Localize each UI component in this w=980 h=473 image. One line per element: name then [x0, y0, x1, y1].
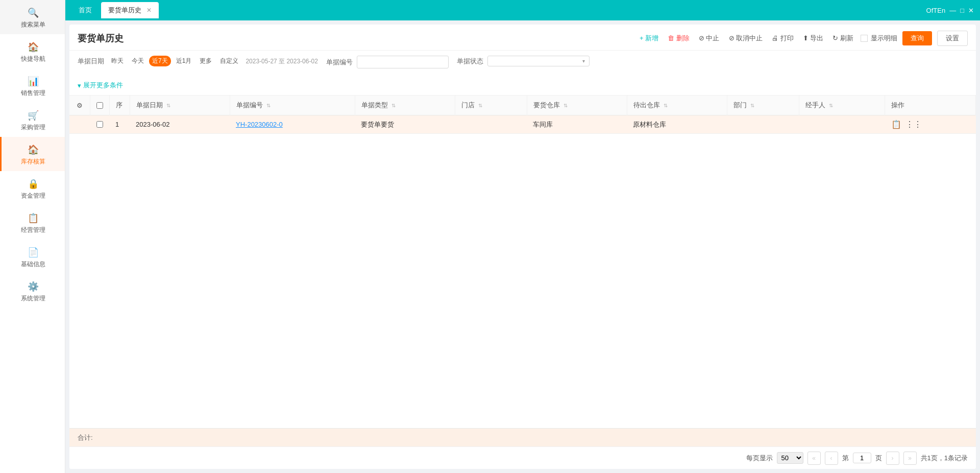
query-button[interactable]: 查询 [902, 31, 932, 45]
td-checkbox [90, 115, 109, 134]
export-button[interactable]: ⬆ 导出 [801, 33, 826, 44]
chevron-down-icon: ▾ [582, 58, 585, 64]
sidebar-item-sys-mgmt[interactable]: ⚙️ 系统管理 [0, 274, 65, 308]
sort-icon: ⇅ [166, 103, 170, 108]
td-num: 1 [109, 115, 130, 134]
next-page-button[interactable]: › [886, 452, 899, 465]
sidebar-item-finance-mgmt[interactable]: 🔒 资金管理 [0, 171, 65, 205]
sort-icon: ⇅ [564, 103, 568, 108]
tab-active[interactable]: 要货单历史 ✕ [101, 2, 159, 18]
page-content: 要货单历史 + 新增 🗑 删除 ⊘ 中止 ⊘ 取消中止 🖨 打印 ⬆ 导出 ↻ … [69, 25, 976, 469]
td-date: 2023-06-02 [130, 115, 230, 134]
sidebar: 🔍 搜索菜单 🏠 快捷导航 📊 销售管理 🛒 采购管理 🏠 库存核算 🔒 资金管… [0, 0, 65, 473]
th-department: 部门 ⇅ [727, 96, 799, 115]
display-detail-toggle[interactable]: 显示明细 [861, 34, 897, 43]
page-title: 要货单历史 [78, 32, 124, 44]
stop-button[interactable]: ⊘ 中止 [697, 33, 722, 44]
page-size-select[interactable]: 50 20 100 [777, 452, 803, 464]
delete-button[interactable]: 🗑 删除 [666, 33, 692, 44]
close-button[interactable]: ✕ [968, 7, 974, 14]
tab-close-icon[interactable]: ✕ [146, 7, 152, 14]
total-label: 合计: [78, 433, 93, 442]
row-checkbox[interactable] [96, 121, 103, 128]
doc-no-label: 单据编号 [326, 58, 353, 67]
th-store: 门店 ⇅ [455, 96, 527, 115]
th-doc-type: 单据类型 ⇅ [355, 96, 455, 115]
sidebar-item-basic-info[interactable]: 📄 基础信息 [0, 240, 65, 274]
settings-icon[interactable]: ⚙ [77, 102, 83, 109]
th-date: 单据日期 ⇅ [130, 96, 230, 115]
date-option-7days[interactable]: 近7天 [149, 56, 171, 66]
sidebar-item-label: 库存核算 [21, 157, 45, 166]
sort-icon: ⇅ [750, 103, 754, 108]
inventory-icon: 🏠 [28, 144, 39, 155]
prev-page-button[interactable]: ‹ [825, 452, 838, 465]
th-num: 序 [109, 96, 130, 115]
tab-active-label: 要货单历史 [108, 6, 141, 15]
sidebar-item-label: 销售管理 [21, 89, 45, 98]
sidebar-item-label: 采购管理 [21, 123, 45, 132]
print-button[interactable]: 🖨 打印 [770, 33, 796, 44]
sys-icon: ⚙️ [28, 281, 39, 292]
current-page-input[interactable] [853, 453, 871, 463]
select-all-checkbox[interactable] [96, 102, 103, 109]
chevron-down-icon: ▾ [78, 82, 81, 89]
filter-bar: 单据日期 昨天 今天 近7天 近1月 更多 自定义 2023-05-27 至 2… [69, 51, 976, 96]
td-handler [799, 115, 885, 134]
last-page-button[interactable]: » [903, 452, 917, 465]
td-actions: 📋 ⋮⋮ [885, 115, 976, 134]
sort-icon: ⇅ [266, 103, 271, 108]
ops-icon: 📋 [28, 212, 39, 224]
sidebar-item-sales-mgmt[interactable]: 📊 销售管理 [0, 68, 65, 103]
cancel-stop-button[interactable]: ⊘ 取消中止 [727, 33, 765, 44]
tab-home[interactable]: 首页 [71, 2, 99, 18]
doc-status-label: 单据状态 [457, 57, 483, 66]
sidebar-item-purchase-mgmt[interactable]: 🛒 采购管理 [0, 103, 65, 137]
search-menu-icon: 🔍 [28, 7, 39, 18]
add-button[interactable]: + 新增 [638, 33, 660, 44]
sort-icon: ⇅ [664, 103, 668, 108]
doc-status-filter-group: 单据状态 ▾ [457, 56, 590, 66]
sidebar-item-inventory[interactable]: 🏠 库存核算 [0, 137, 65, 171]
row-edit-icon[interactable]: 📋 [891, 120, 901, 129]
td-req-warehouse: 车间库 [527, 115, 627, 134]
goto-prefix: 第 [842, 454, 849, 463]
first-page-button[interactable]: « [807, 452, 821, 465]
td-doc-no[interactable]: YH-20230602-0 [230, 115, 355, 134]
td-store [455, 115, 527, 134]
top-bar: 首页 要货单历史 ✕ OfTEn — □ ✕ [65, 0, 980, 20]
maximize-button[interactable]: □ [960, 7, 964, 14]
sales-icon: 📊 [28, 76, 39, 87]
refresh-button[interactable]: ↻ 刷新 [830, 33, 855, 44]
date-option-custom[interactable]: 自定义 [217, 56, 241, 66]
brand-label: OfTEn [926, 7, 946, 14]
th-doc-no: 单据编号 ⇅ [230, 96, 355, 115]
date-range-display: 2023-05-27 至 2023-06-02 [246, 57, 317, 66]
sort-icon: ⇅ [391, 103, 396, 108]
expand-more-button[interactable]: ▾ 展开更多条件 [78, 79, 968, 92]
expand-more-label: 展开更多条件 [83, 81, 123, 90]
td-empty [69, 115, 90, 134]
th-handler: 经手人 ⇅ [799, 96, 885, 115]
date-option-1month[interactable]: 近1月 [173, 56, 195, 66]
row-more-icon[interactable]: ⋮⋮ [905, 120, 922, 129]
th-actions: 操作 [885, 96, 976, 115]
doc-no-input[interactable] [357, 56, 449, 68]
doc-status-select[interactable]: ▾ [487, 56, 590, 66]
content-wrapper: 要货单历史 + 新增 🗑 删除 ⊘ 中止 ⊘ 取消中止 🖨 打印 ⬆ 导出 ↻ … [65, 20, 980, 473]
sidebar-item-search-menu[interactable]: 🔍 搜索菜单 [0, 0, 65, 34]
sidebar-item-label: 基础信息 [21, 260, 45, 269]
sidebar-item-label: 快捷导航 [21, 55, 45, 63]
date-option-more[interactable]: 更多 [197, 56, 215, 66]
date-option-yesterday[interactable]: 昨天 [108, 56, 127, 66]
settings-button[interactable]: 设置 [937, 31, 968, 46]
purchase-icon: 🛒 [28, 110, 39, 121]
main-table: ⚙ 序 单据日期 ⇅ [69, 96, 976, 134]
doc-no-filter-group: 单据编号 [326, 56, 449, 68]
minimize-button[interactable]: — [949, 7, 956, 14]
td-pending-warehouse: 原材料仓库 [627, 115, 727, 134]
sidebar-item-quick-nav[interactable]: 🏠 快捷导航 [0, 34, 65, 68]
sidebar-item-ops-mgmt[interactable]: 📋 经营管理 [0, 205, 65, 240]
toolbar: + 新增 🗑 删除 ⊘ 中止 ⊘ 取消中止 🖨 打印 ⬆ 导出 ↻ 刷新 显示明… [638, 31, 968, 46]
date-option-today[interactable]: 今天 [129, 56, 147, 66]
